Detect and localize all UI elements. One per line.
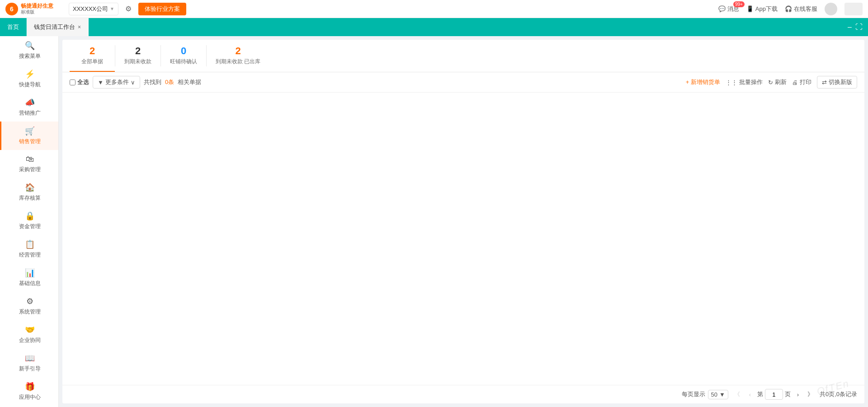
filter-button[interactable]: ▼ 更多条件 ∨ — [93, 76, 140, 89]
sidebar-item-finance[interactable]: 🔒 资金管理 — [0, 206, 58, 235]
sidebar-item-operations[interactable]: 📋 经营管理 — [0, 235, 58, 263]
stats-tabs: 2 全部单据 2 到期未收款 0 旺铺待确认 2 到期未收款 已出库 — [62, 40, 864, 72]
batch-operation-button[interactable]: ⋮⋮ 批量操作 — [726, 78, 763, 86]
per-page-select[interactable]: 50 ▼ — [708, 390, 728, 399]
sidebar-item-system[interactable]: ⚙ 系统管理 — [0, 292, 58, 320]
switch-label: 切换新版 — [829, 78, 852, 86]
app-download-button[interactable]: 📱 App下载 — [746, 5, 778, 13]
sidebar-operations-label: 经营管理 — [19, 251, 41, 259]
stat-tab-shipped[interactable]: 2 到期未收款 已出库 — [207, 40, 269, 72]
filter-icon: ▼ — [98, 79, 104, 86]
sales-icon: 🛒 — [25, 126, 35, 136]
tab-home[interactable]: 首页 — [0, 18, 27, 36]
batch-label: 批量操作 — [739, 78, 763, 86]
sidebar-item-guide[interactable]: 📖 新手引导 — [0, 349, 58, 377]
refresh-button[interactable]: ↻ 刷新 — [768, 78, 787, 86]
trial-button[interactable]: 体验行业方案 — [138, 3, 186, 15]
logo-area: 6 畅捷通好生意 标准版 — [5, 3, 64, 15]
select-all-input[interactable] — [70, 80, 75, 85]
per-page-selector: 每页显示 50 ▼ — [682, 390, 728, 399]
top-right-area: 💬 消息 99+ 📱 App下载 🎧 在线客服 — [718, 3, 863, 15]
appcenter-icon: 🎁 — [25, 382, 35, 392]
per-page-value: 50 — [711, 391, 717, 398]
sidebar-system-label: 系统管理 — [19, 308, 41, 316]
logo-text: 畅捷通好生意 标准版 — [21, 3, 53, 14]
total-records-info: 共0页,0条记录 — [820, 390, 857, 398]
found-suffix: 相关单据 — [178, 78, 201, 86]
sidebar-item-quicknav[interactable]: ⚡ 快捷导航 — [0, 65, 58, 93]
inventory-icon: 🏠 — [25, 182, 35, 192]
online-service-button[interactable]: 🎧 在线客服 — [785, 5, 817, 13]
first-page-button[interactable]: 《 — [732, 389, 743, 400]
stat-shipped-label: 到期未收款 已出库 — [216, 58, 260, 65]
main-content: 2 全部单据 2 到期未收款 0 旺铺待确认 2 到期未收款 已出库 — [59, 36, 868, 407]
company-selector[interactable]: XXXXXX公司 ▼ — [69, 3, 118, 15]
layout: 🔍 搜索菜单 ⚡ 快捷导航 📣 营销推广 🛒 销售管理 🛍 采购管理 🏠 库存核… — [0, 36, 868, 407]
sidebar-sales-label: 销售管理 — [19, 138, 41, 145]
tab-home-label: 首页 — [7, 23, 19, 31]
next-page-button[interactable]: › — [793, 389, 803, 400]
company-name: XXXXXX公司 — [73, 5, 108, 13]
tab-qianhuoriqing[interactable]: 钱货日清工作台 × — [27, 18, 89, 36]
system-icon: ⚙ — [26, 296, 33, 306]
switch-icon: ⇄ — [822, 79, 827, 86]
avatar[interactable] — [825, 3, 837, 15]
app-icon: 📱 — [746, 5, 754, 12]
chevron-down-icon: ▼ — [110, 6, 114, 11]
switch-new-version-button[interactable]: ⇄ 切换新版 — [817, 76, 857, 89]
content-area: 2 全部单据 2 到期未收款 0 旺铺待确认 2 到期未收款 已出库 — [62, 40, 864, 403]
service-icon: 🎧 — [785, 5, 792, 12]
tab-close-icon[interactable]: × — [78, 24, 81, 30]
tab-expand-button[interactable]: ⛶ — [855, 23, 863, 31]
found-prefix: 共找到 — [144, 78, 161, 86]
stat-pending-label: 旺铺待确认 — [170, 58, 197, 65]
tab-minimize-button[interactable]: – — [848, 23, 852, 31]
sidebar: 🔍 搜索菜单 ⚡ 快捷导航 📣 营销推广 🛒 销售管理 🛍 采购管理 🏠 库存核… — [0, 36, 59, 407]
stat-overdue-count: 2 — [135, 45, 141, 57]
settings-button[interactable]: ⚙ — [122, 3, 135, 15]
message-icon: 💬 — [718, 5, 726, 12]
stat-all-label: 全部单据 — [81, 58, 103, 65]
sidebar-marketing-label: 营销推广 — [19, 109, 41, 117]
app-logo-icon: 6 — [5, 3, 18, 15]
sidebar-item-basicinfo[interactable]: 📊 基础信息 — [0, 263, 58, 292]
sidebar-item-sales[interactable]: 🛒 销售管理 — [0, 122, 58, 150]
stat-overdue-label: 到期未收款 — [124, 58, 151, 65]
operations-icon: 📋 — [25, 239, 35, 249]
last-page-button[interactable]: 》 — [805, 389, 816, 400]
found-count: 0条 — [165, 78, 174, 86]
empty-table-area — [62, 93, 864, 385]
prev-page-button[interactable]: ‹ — [745, 389, 755, 400]
select-all-checkbox[interactable]: 全选 — [70, 78, 89, 86]
tab-actions: – ⛶ — [848, 23, 868, 31]
page-input[interactable] — [765, 389, 783, 400]
app-label: App下载 — [755, 5, 778, 13]
message-button[interactable]: 💬 消息 99+ — [718, 5, 739, 13]
sidebar-guide-label: 新手引导 — [19, 365, 41, 373]
sidebar-item-inventory[interactable]: 🏠 库存核算 — [0, 178, 58, 206]
stat-pending-count: 0 — [181, 45, 186, 57]
stat-tab-pending[interactable]: 0 旺铺待确认 — [161, 40, 206, 72]
sidebar-item-marketing[interactable]: 📣 营销推广 — [0, 93, 58, 122]
sidebar-item-search[interactable]: 🔍 搜索菜单 — [0, 36, 58, 65]
user-name-display[interactable] — [844, 3, 863, 15]
finance-icon: 🔒 — [25, 211, 35, 221]
tab-qianhuoriqing-label: 钱货日清工作台 — [34, 23, 75, 31]
stat-tab-all[interactable]: 2 全部单据 — [70, 40, 115, 72]
sidebar-basicinfo-label: 基础信息 — [19, 280, 41, 287]
stat-shipped-count: 2 — [236, 45, 241, 57]
sidebar-item-appcenter[interactable]: 🎁 应用中心 — [0, 377, 58, 406]
logo-sub: 标准版 — [21, 9, 53, 15]
refresh-icon: ↻ — [768, 79, 773, 86]
print-button[interactable]: 🖨 打印 — [792, 78, 811, 86]
sidebar-quicknav-label: 快捷导航 — [19, 81, 41, 89]
add-sales-order-button[interactable]: + 新增销货单 — [686, 78, 720, 86]
sidebar-item-purchase[interactable]: 🛍 采购管理 — [0, 150, 58, 178]
basicinfo-icon: 📊 — [25, 268, 35, 278]
search-icon: 🔍 — [25, 41, 35, 51]
per-page-chevron-icon: ▼ — [719, 391, 725, 398]
page-navigation: 《 ‹ 第 页 › 》 — [732, 389, 816, 400]
stat-tab-overdue[interactable]: 2 到期未收款 — [115, 40, 160, 72]
sidebar-item-enterprise[interactable]: 🤝 企业协同 — [0, 320, 58, 349]
batch-icon: ⋮⋮ — [726, 79, 737, 86]
